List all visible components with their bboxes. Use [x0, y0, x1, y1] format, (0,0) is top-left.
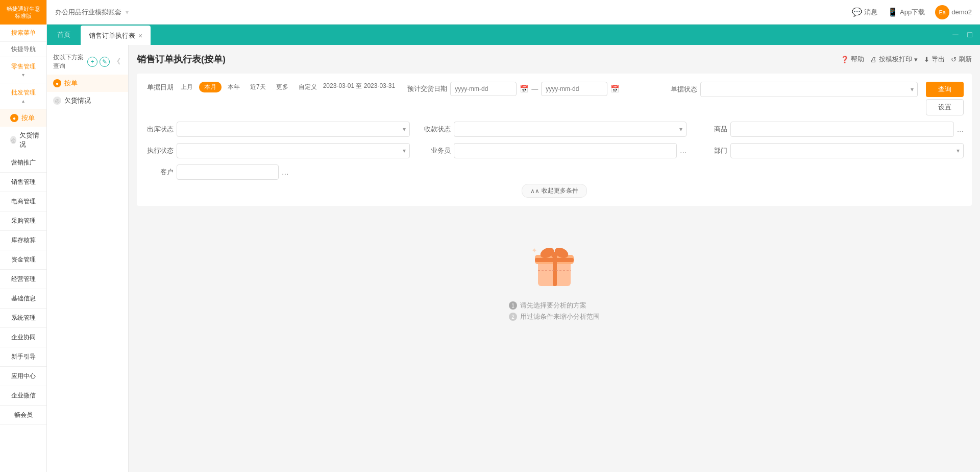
- exec-status-wrapper: [177, 143, 410, 158]
- setting-btn[interactable]: 设置: [926, 99, 964, 115]
- content-area: 按以下方案查询 + ✎ 《 ● 按单 ◎ 欠货情况 销售订单执行表(按单): [47, 45, 980, 472]
- page-title-row: 销售订单执行表(按单) ❓ 帮助 🖨 按模板打印 ▾ ⬇ 导出: [137, 53, 972, 65]
- exec-status-select[interactable]: [177, 143, 410, 158]
- sidebar-item-basic[interactable]: 基础信息: [0, 289, 46, 309]
- forecast-date-start-input[interactable]: [450, 82, 517, 96]
- sidebar-sub-item-debt[interactable]: ◎ 欠货情况: [0, 127, 46, 153]
- svg-text:✦: ✦: [531, 246, 537, 254]
- debt-icon: ◎: [10, 136, 16, 144]
- sidebar-item-member[interactable]: 畅会员: [0, 406, 46, 425]
- customer-more-btn[interactable]: ...: [282, 168, 288, 177]
- app-download-btn[interactable]: 📱 App下载: [888, 7, 925, 17]
- svg-point-8: [551, 252, 557, 258]
- date-btn-this-month[interactable]: 本月: [199, 82, 222, 92]
- collapse-filter-btn[interactable]: ∧∧ 收起更多条件: [522, 184, 587, 198]
- salesperson-input[interactable]: [454, 143, 677, 158]
- message-btn[interactable]: 💬 消息: [852, 7, 877, 17]
- sidebar-item-finance[interactable]: 资金管理: [0, 250, 46, 270]
- message-icon: 💬: [852, 7, 862, 17]
- print-btn[interactable]: 🖨 按模板打印 ▾: [870, 55, 918, 64]
- sidebar-item-wechat[interactable]: 企业微信: [0, 386, 46, 406]
- user-profile[interactable]: Ea demo2: [935, 5, 972, 19]
- header-right-actions: 💬 消息 📱 App下载 Ea demo2: [852, 5, 972, 19]
- forecast-date-start-icon[interactable]: 📅: [520, 85, 528, 93]
- export-btn[interactable]: ⬇ 导出: [924, 55, 945, 64]
- edit-plan-btn[interactable]: ✎: [100, 57, 110, 67]
- left-panel: 按以下方案查询 + ✎ 《 ● 按单 ◎ 欠货情况: [47, 45, 129, 472]
- main-area: 办公用品行业模拟账套 ▾ 💬 消息 📱 App下载 Ea demo2 首页 销售…: [47, 0, 980, 472]
- tab-home[interactable]: 首页: [47, 25, 81, 45]
- payment-status-select[interactable]: [454, 122, 687, 137]
- plan-item-order[interactable]: ● 按单: [47, 75, 128, 92]
- sidebar-item-retail[interactable]: 零售管理 ▾: [0, 57, 46, 83]
- breadcrumb-dropdown-icon[interactable]: ▾: [126, 9, 129, 16]
- tab-minimize-btn[interactable]: ─: [949, 29, 962, 41]
- department-wrapper: [730, 143, 964, 158]
- date-btn-7days[interactable]: 近7天: [246, 82, 270, 92]
- sidebar-item-system[interactable]: 系统管理: [0, 309, 46, 328]
- refresh-btn[interactable]: ↺ 刷新: [951, 55, 972, 64]
- tab-close-icon[interactable]: ×: [138, 32, 142, 39]
- salesperson-more-btn[interactable]: ...: [680, 146, 687, 155]
- sidebar-item-sales[interactable]: 销售管理: [0, 173, 46, 192]
- sidebar-item-appstore[interactable]: 应用中心: [0, 367, 46, 386]
- sidebar-item-inventory[interactable]: 库存核算: [0, 231, 46, 250]
- empty-state: ✦ ✦: [137, 212, 972, 354]
- sidebar-item-wholesale[interactable]: 批发管理 ▴: [0, 83, 46, 109]
- payment-status-label: 收款状态: [422, 125, 451, 134]
- sidebar-item-marketing[interactable]: 营销推广: [0, 153, 46, 173]
- sidebar-search[interactable]: 搜索菜单: [0, 25, 46, 42]
- collapse-row: ∧∧ 收起更多条件: [145, 184, 964, 198]
- customer-input[interactable]: [177, 164, 279, 180]
- sidebar-item-operations[interactable]: 经营管理: [0, 270, 46, 289]
- add-plan-btn[interactable]: +: [87, 57, 97, 67]
- department-label: 部门: [699, 146, 727, 155]
- ship-status-wrapper: [177, 122, 410, 137]
- doc-status-select[interactable]: [700, 82, 918, 97]
- goods-more-btn[interactable]: ...: [957, 125, 964, 134]
- date-btn-more[interactable]: 更多: [272, 82, 292, 92]
- chevron-down-icon: ▾: [22, 72, 24, 78]
- forecast-date-end-icon[interactable]: 📅: [610, 85, 619, 93]
- exec-status-label: 执行状态: [145, 146, 174, 155]
- sidebar-sub-item-order[interactable]: ● 按单: [0, 109, 46, 127]
- page-actions: ❓ 帮助 🖨 按模板打印 ▾ ⬇ 导出 ↺ 刷新: [841, 55, 972, 64]
- box-svg: ✦ ✦: [529, 243, 580, 289]
- left-panel-header: 按以下方案查询 + ✎ 《: [47, 51, 128, 75]
- date-btn-last-month[interactable]: 上月: [177, 82, 197, 92]
- doc-status-select-wrapper: [700, 82, 918, 97]
- date-range-text: 2023-03-01 至 2023-03-31: [323, 82, 395, 90]
- empty-illustration: ✦ ✦: [529, 243, 580, 289]
- download-icon: 📱: [888, 7, 898, 17]
- collapse-panel-btn[interactable]: 《: [112, 57, 122, 67]
- refresh-icon: ↺: [951, 56, 957, 63]
- tab-bar-actions: ─ □: [949, 29, 980, 41]
- app-logo-text: 畅捷通好生意 标准版: [7, 5, 40, 20]
- plan-item-debt[interactable]: ◎ 欠货情况: [47, 92, 128, 109]
- date-separator: —: [531, 85, 538, 93]
- tab-sales-exec[interactable]: 销售订单执行表 ×: [81, 26, 151, 46]
- sidebar-item-enterprise[interactable]: 企业协同: [0, 328, 46, 347]
- help-icon: ❓: [841, 56, 849, 63]
- sidebar-item-newbie[interactable]: 新手引导: [0, 347, 46, 367]
- help-btn[interactable]: ❓ 帮助: [841, 55, 864, 64]
- date-btn-custom[interactable]: 自定义: [295, 82, 321, 92]
- sidebar-item-purchase[interactable]: 采购管理: [0, 211, 46, 231]
- forecast-date-end-input[interactable]: [541, 82, 607, 96]
- tip-num-2: 2: [509, 313, 517, 321]
- sidebar-item-ecommerce[interactable]: 电商管理: [0, 192, 46, 211]
- date-btn-this-year[interactable]: 本年: [224, 82, 244, 92]
- doc-status-label: 单据状态: [669, 85, 697, 94]
- date-quick-options: 上月 本月 本年 近7天 更多 自定义: [177, 82, 321, 92]
- goods-input[interactable]: [730, 122, 953, 137]
- tab-maximize-btn[interactable]: □: [964, 29, 976, 41]
- empty-tip-2: 2 用过滤条件来缩小分析范围: [509, 312, 600, 321]
- tip-num-1: 1: [509, 301, 517, 310]
- department-select[interactable]: [730, 143, 964, 158]
- ship-status-select[interactable]: [177, 122, 410, 137]
- query-btn[interactable]: 查询: [926, 82, 964, 97]
- sidebar-quick-nav[interactable]: 快捷导航: [0, 42, 46, 57]
- print-dropdown-icon[interactable]: ▾: [914, 56, 918, 63]
- date-range-display: 2023-03-01 至 2023-03-31: [323, 82, 395, 90]
- goods-label: 商品: [699, 125, 727, 134]
